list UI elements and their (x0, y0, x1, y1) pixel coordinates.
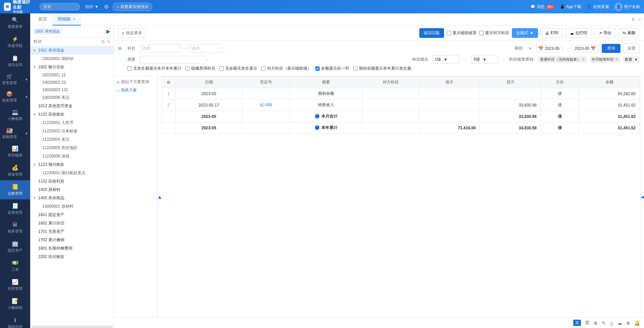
tree-node-1001[interactable]: ▼ 1001 库存现金 (30, 46, 114, 55)
panel-collapse-button[interactable]: ◀ (158, 76, 162, 317)
status-icon-4[interactable]: △ (610, 320, 613, 326)
sidebar-item-quicknav[interactable]: ⚡ 快捷导航 (0, 32, 30, 52)
tree-node-10010001[interactable]: 10010001 现钞钞 (30, 55, 114, 63)
checkbox-opposite-subject[interactable]: 对方科目（显示辅助项） (261, 66, 311, 71)
sidebar-item-tax[interactable]: 🏛 税务管理 (0, 218, 30, 237)
left-panel-scrollbar[interactable] (30, 325, 114, 328)
tree-node-1702[interactable]: 1702 累计摊销 (30, 236, 114, 244)
table-settings-icon[interactable]: ⚙ (167, 80, 170, 85)
expand-more-button[interactable]: ∧ 收起更多 (118, 28, 146, 38)
tree-node-2202[interactable]: 2202 应付账款 (30, 253, 114, 261)
sidebar-item-project[interactable]: 📋 项目合同 (0, 52, 30, 71)
tree-node-1403[interactable]: 1403 原材料 (30, 186, 114, 194)
tab-close-icon[interactable]: ✕ (631, 17, 635, 22)
tree-node-11220001[interactable]: 11220001 人民币 (30, 119, 114, 127)
app-download-button[interactable]: 📱 App下载 (560, 4, 581, 10)
sidebar-item-salary[interactable]: 💵 工资 (0, 256, 30, 275)
sidebar-item-accounting[interactable]: 📒 总账管理 (0, 180, 30, 199)
tree-node-10020001[interactable]: 10020001 12 (30, 71, 114, 79)
return-old-version-button[interactable]: 返回旧版 (419, 28, 444, 38)
settings-icon[interactable]: ⚙ (104, 4, 109, 10)
sidebar-item-capital[interactable]: 💰 资金管理 (0, 161, 30, 180)
col-settings[interactable]: ⚙ (162, 77, 175, 88)
tree-node-1405[interactable]: ▼ 1405 库存商品 (30, 194, 114, 202)
level-end-select[interactable]: 6级 ▼ (471, 55, 498, 64)
checkbox-no-balance[interactable]: 无发生额显示本月本年累计 (127, 66, 181, 71)
query-settings-icon[interactable]: ⚙ (118, 46, 125, 51)
tree-node-1123[interactable]: ▼ 1123 预付账款 (30, 160, 114, 169)
sidebar-item-basic[interactable]: ℹ 基础信息 (0, 314, 30, 328)
search-button[interactable]: 查询 (602, 44, 621, 53)
tab-expand-icon[interactable]: ⤢ (637, 17, 641, 22)
status-icon-7[interactable]: 🔔 (634, 320, 640, 326)
demo-button[interactable]: ○ 我要看实例演示 (113, 3, 152, 11)
tree-node-11220004[interactable]: 11220004 美元 (30, 135, 114, 144)
tab-home[interactable]: 首页 (33, 13, 52, 25)
checkbox-hide-disabled[interactable]: 隐藏禁用科目 (185, 66, 215, 71)
date-start-input[interactable]: 📅 2023-05 (536, 45, 563, 52)
query-panel-header[interactable]: ∧ 按以下方案查询 (117, 79, 155, 85)
message-button[interactable]: 💬 消息 99+ (530, 4, 554, 10)
tree-node-10020003[interactable]: 10020003 122 (30, 86, 114, 93)
status-icon-1[interactable]: 英 (585, 320, 590, 326)
show-auxiliary-checkbox[interactable]: 显示辅助核算 (447, 30, 477, 36)
check-tag-close-0[interactable]: ✕ (582, 57, 585, 62)
tree-node-11220002[interactable]: 11220002 往来标签 (30, 127, 114, 135)
sidebar-item-ecommerce[interactable]: 💻 小畅电商 (0, 106, 30, 125)
sidebar-item-sales[interactable]: 📝 小畅报销 (0, 294, 30, 314)
print-button[interactable]: 🖨 打印 (541, 28, 563, 38)
subject-select-end[interactable]: 选择... ··· (189, 44, 223, 53)
voucher-link[interactable]: 记-006 (260, 103, 272, 107)
tree-node-10020002[interactable]: 10020002 23 (30, 79, 114, 86)
table-wrapper[interactable]: ⚙ 日期 凭证号 摘要 对方科目 借方 贷方 方向 (162, 76, 640, 317)
refresh-button[interactable]: ↻ 刷新 (619, 28, 640, 38)
date-end-input[interactable]: 2023-05 📅 (572, 45, 599, 52)
summary-input[interactable] (140, 56, 207, 63)
tree-node-1602[interactable]: 1602 累计折旧 (30, 219, 114, 227)
level-start-select[interactable]: 1级 ▼ (432, 55, 459, 64)
cloud-print-button[interactable]: ☁ 云打印 (566, 28, 592, 38)
status-icon-2[interactable]: ⊕ (594, 320, 598, 326)
system-plan-option[interactable]: 系统方案 (121, 87, 137, 93)
org-dropdown[interactable]: 组织 ▼ (83, 3, 101, 11)
cell-voucher[interactable]: 记-006 (243, 100, 290, 111)
online-service-button[interactable]: 👤 在线客服 (587, 4, 609, 10)
global-search-input[interactable] (40, 3, 80, 10)
tree-node-1012[interactable]: 1012 其他货币资金 (30, 102, 114, 110)
sidebar-item-search[interactable]: 🔍 搜索菜单 (0, 13, 30, 32)
tree-node-1701[interactable]: 1701 无形资产 (30, 227, 114, 236)
tree-node-1132[interactable]: 1132 应收利息 (30, 177, 114, 186)
tree-filter-icon[interactable]: ☰ (101, 40, 105, 44)
sidebar-item-retail[interactable]: 🛒 零售管理 ▼ (0, 71, 30, 88)
tree-node-11220005[interactable]: 11220005 所在地区 (30, 144, 114, 152)
checkbox-opening-balance[interactable]: 期初余额显示本年累计发生额 (353, 66, 411, 71)
sidebar-item-wholesale[interactable]: 📦 批发管理 ▼ (0, 88, 30, 106)
subject-select[interactable]: 选择... ··· (140, 44, 180, 53)
status-icon-6[interactable]: ⊕ (626, 320, 630, 326)
tab-detail[interactable]: 明细账 ✕ (52, 13, 81, 25)
check-tag-0[interactable]: 普通科目（无特殊核算） ✕ (538, 56, 587, 63)
checkbox-balance-column[interactable]: 余额显示在一列 (315, 66, 349, 71)
check-tag-1[interactable]: 外币核算科目 ✕ (590, 56, 620, 63)
sidebar-item-assets[interactable]: 🏢 固定资产 (0, 237, 30, 256)
tree-node-11220006[interactable]: 11220006 游戏 (30, 152, 114, 160)
tree-node-14050001[interactable]: 14050001 原材料 (30, 202, 114, 211)
language-switch[interactable]: 英 (573, 320, 581, 326)
sidebar-item-invoice[interactable]: 🧾 发票管理 (0, 199, 30, 218)
sidebar-item-purchase[interactable]: 🏭 采购管理 ▼ (0, 125, 30, 142)
tree-node-1601[interactable]: 1601 固定资产 (30, 211, 114, 219)
sidebar-item-inventory[interactable]: 📊 库存核算 (0, 142, 30, 161)
tree-node-1002[interactable]: ▼ 1002 银行存款 (30, 63, 114, 71)
sidebar-item-operations[interactable]: 📈 经营管理 (0, 275, 30, 294)
status-icon-3[interactable]: ✎ (602, 320, 606, 326)
check-tag-2[interactable]: 数量 ▼ (623, 56, 640, 63)
amount-format-button[interactable]: 金额式 ▼ (512, 28, 538, 38)
status-icon-5[interactable]: ☁ (618, 320, 622, 326)
user-avatar[interactable]: 👤 用户名称 (614, 3, 640, 11)
tree-node-10020006[interactable]: 10020006 美元 (30, 93, 114, 102)
export-button[interactable]: ↗ 导出 (594, 28, 616, 38)
tab-close-detail[interactable]: ✕ (73, 17, 75, 21)
tree-node-11230001[interactable]: 11230001 预付账款美元 (30, 169, 114, 177)
period-dropdown-icon[interactable]: ▼ (528, 46, 532, 51)
tree-edit-icon[interactable]: ✎ (107, 40, 110, 44)
